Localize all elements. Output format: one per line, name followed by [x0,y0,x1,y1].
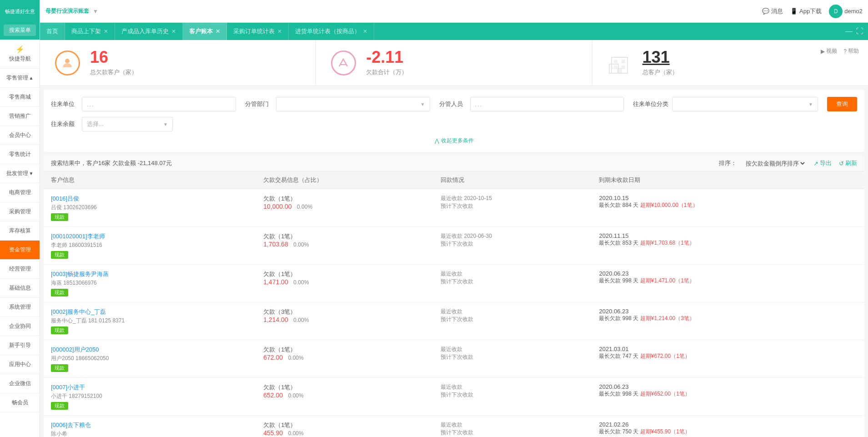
customer-badge: 现款 [51,364,68,372]
customer-name-link[interactable]: [0006]去下粮仓 [51,421,249,429]
tab-close-icon[interactable]: ✕ [171,28,176,35]
sidebar-item-inventory[interactable]: 库存核算 [0,221,40,241]
customer-contact: 陈小希 [51,430,249,437]
sidebar-item-member2[interactable]: 畅会员 [0,393,40,412]
sidebar-item-operation[interactable]: 经营管理 [0,260,40,279]
customer-contact: 李老师 18600391516 [51,241,249,249]
help-link[interactable]: ? 帮助 [843,47,859,55]
debt-count: 欠款（1笔） [263,232,426,241]
dept-input[interactable]: ▼ [276,97,430,111]
sidebar-item-label: 应用中心 [9,361,31,368]
sidebar-item-purchase-mgmt[interactable]: 采购管理 [0,202,40,221]
sidebar-item-label: 采购管理 [9,208,31,216]
filter-row-1: 往来单位 ... 分管部门 ▼ 分管人员 ... [51,97,857,111]
app-download-button[interactable]: 📱 App下载 [790,7,822,15]
tab-home[interactable]: 首页 [40,23,65,40]
person-input[interactable]: ... [470,97,624,111]
overdue-link[interactable]: 超期¥455.90（1笔） [640,428,690,435]
customer-contact: 海蒸 18513066976 [51,279,249,287]
supplier-input[interactable]: ... [82,97,236,111]
cell-debt-info: 欠款（1笔） 1,703.68 0.00% [256,227,433,265]
user-profile[interactable]: D demo2 [829,5,863,18]
customer-name-link[interactable]: [0003]畅捷服务尹海蒸 [51,270,249,278]
customer-name-link[interactable]: [0016]吕俊 [51,195,249,203]
sidebar-item-retail-shop[interactable]: 零售商城 [0,88,40,107]
tab-stock-stats[interactable]: 进货单统计表（按商品） ✕ [289,23,374,40]
message-label: 消息 [771,7,783,15]
svg-rect-3 [622,60,625,63]
sidebar-item-basic-info[interactable]: 基础信息 [0,279,40,298]
tab-close-icon[interactable]: ✕ [363,28,367,35]
stat-icon-total-customers [606,49,633,76]
sidebar-item-corp-wechat[interactable]: 企业微信 [0,374,40,393]
sidebar-item-ecom-mgmt[interactable]: 电商管理 [0,183,40,202]
overdue-link[interactable]: 超期¥1,214.00（3笔） [640,315,695,321]
balance-input[interactable]: 选择... ▼ [82,117,173,131]
tabs-maximize-icon[interactable]: ⛶ [855,26,864,36]
sidebar-item-label: 零售商城 [9,93,31,101]
sidebar-item-capital[interactable]: 资金管理 [0,241,40,260]
overdue-info: 最长欠款 998 天 超期¥1,214.00（3笔） [599,315,857,322]
sidebar-item-app-center[interactable]: 应用中心 [0,355,40,374]
overdue-link[interactable]: 超期¥652.00（1笔） [640,391,690,397]
avatar: D [829,5,843,18]
overdue-info: 最长欠款 853 天 超期¥1,703.68（1笔） [599,239,857,247]
cell-due-date: 2020.06.23 最长欠款 998 天 超期¥1,214.00（3笔） [592,302,864,340]
overdue-link[interactable]: 超期¥1,471.00（1笔） [640,277,695,284]
tab-close-icon[interactable]: ✕ [277,28,282,35]
search-menu-button[interactable]: 搜索菜单 [4,25,36,36]
chevron-down-icon: ▼ [808,102,813,107]
sort-select[interactable]: 按欠款金额倒序排序 [744,160,806,167]
cell-customer-info: [0002]服务中心_丁磊 服务中心_丁磊 181 0125 8371 现款 [44,302,256,340]
last-collect: 最近收款 2020-10-15 [441,195,584,202]
next-collect: 预计下次收款 [441,353,584,361]
results-summary: 搜索结果中，客户16家 欠款金额 -21,148.07元 [51,159,172,167]
tab-purchase-order[interactable]: 采购订单统计表 ✕ [227,23,289,40]
filter-collapse-button[interactable]: ⋀ 收起更多条件 [51,137,857,145]
sidebar-nav: ⚡ 快捷导航 零售管理 ▲ 零售商城 营销推广 会员中心 零售统计 批发管理 ▼… [0,40,40,437]
tab-customer-account[interactable]: 客户账本 ✕ [183,23,227,40]
stat-icon-debtors [54,49,81,76]
username: demo2 [844,8,863,15]
overdue-link[interactable]: 超期¥672.00（1笔） [640,353,690,359]
export-button[interactable]: ↗ 导出 [813,159,832,167]
cell-debt-info: 欠款（1笔） 455.90 0.00% [256,416,433,437]
sidebar-item-retail-mgmt[interactable]: 零售管理 ▲ [0,69,40,88]
dropdown-arrow-icon[interactable]: ▼ [93,8,98,15]
tab-close-icon[interactable]: ✕ [216,28,220,35]
tabs-minimize-icon[interactable]: — [844,26,853,36]
sidebar-item-sys-mgmt[interactable]: 系统管理 [0,298,40,317]
tab-close-icon[interactable]: ✕ [104,28,108,35]
topbar: 母婴行业演示账套 ▼ 💬 消息 📱 App下载 D demo2 [40,0,868,23]
sidebar-item-newbie[interactable]: 新手引导 [0,336,40,355]
customer-name-link[interactable]: [0007]小进干 [51,383,249,392]
sidebar-item-retail-stats[interactable]: 零售统计 [0,145,40,164]
refresh-label: 刷新 [845,159,857,167]
cell-customer-info: [0006]去下粮仓 陈小希 现款 [44,416,256,437]
due-date: 2020.06.23 [599,383,857,390]
cell-customer-info: [0003]畅捷服务尹海蒸 海蒸 18513066976 现款 [44,265,256,302]
overdue-link[interactable]: 超期¥10,000.00（1笔） [640,202,698,208]
sidebar-item-batch-mgmt[interactable]: 批发管理 ▼ [0,164,40,183]
message-button[interactable]: 💬 消息 [762,7,783,15]
search-button[interactable]: 查询 [827,97,857,111]
customer-name-link[interactable]: [000002]用户2050 [51,346,249,354]
sidebar-item-marketing[interactable]: 营销推广 [0,107,40,126]
table-row: [0001020001]李老师 李老师 18600391516 现款 欠款（1笔… [44,227,864,265]
next-collect: 预计下次收款 [441,429,584,437]
tab-goods-listing[interactable]: 商品上下架 ✕ [65,23,115,40]
customer-name-link[interactable]: [0002]服务中心_丁磊 [51,308,249,316]
video-link[interactable]: ▶ 视频 [821,47,837,55]
sidebar-item-corp-collab[interactable]: 企业协同 [0,317,40,336]
cell-debt-info: 欠款（1笔） 672.00 0.00% [256,340,433,378]
sidebar-item-member[interactable]: 会员中心 [0,126,40,145]
tab-production-history[interactable]: 产成品入库单历史 ✕ [115,23,183,40]
refresh-button[interactable]: ↺ 刷新 [839,159,857,167]
stat-card-total-debt: -2.11 欠款合计（万） [316,40,592,85]
customer-name-link[interactable]: [0001020001]李老师 [51,232,249,241]
overdue-link[interactable]: 超期¥1,703.68（1笔） [640,240,695,246]
sidebar-item-label: 基础信息 [9,284,31,292]
cell-collect-info: 最近收款 预计下次收款 [433,378,592,416]
category-input[interactable]: ▼ [672,97,818,111]
sidebar-item-quick-nav[interactable]: ⚡ 快捷导航 [0,40,40,69]
